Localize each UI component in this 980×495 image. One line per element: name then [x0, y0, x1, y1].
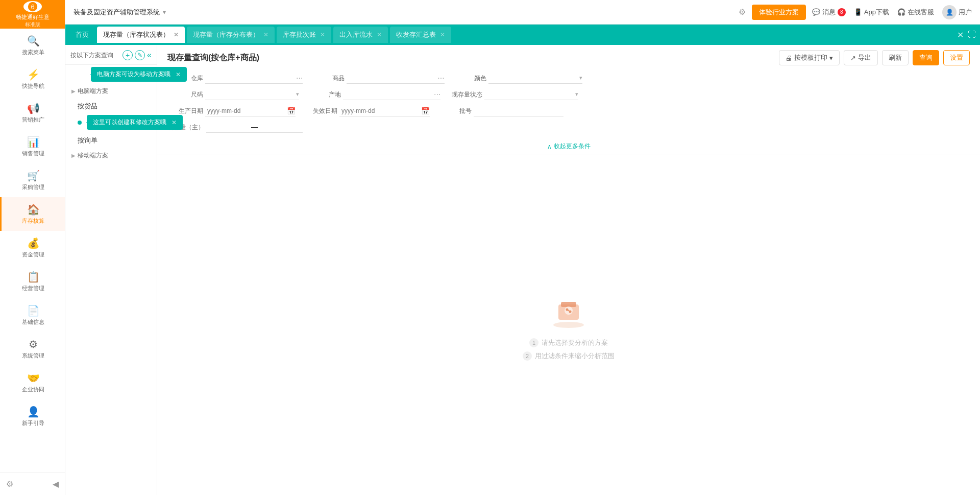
settings-icon[interactable]: ⚙ — [6, 479, 13, 489]
tooltip1-close-icon[interactable]: ✕ — [176, 71, 181, 78]
tab-stock-status[interactable]: 现存量（库存状况表） ✕ — [97, 27, 185, 43]
sidebar-item-basic[interactable]: 📄 基础信息 — [0, 298, 65, 332]
expire-date-input[interactable]: 📅 — [339, 106, 430, 116]
online-support-action[interactable]: 🎧 在线客服 — [897, 8, 934, 17]
search-button[interactable]: 查询 — [913, 50, 939, 65]
sidebar-item-search[interactable]: 🔍 搜索菜单 — [0, 29, 65, 62]
tab-stock-summary[interactable]: 收发存汇总表 ✕ — [390, 27, 451, 43]
scheme-item-by-goods[interactable]: 按货品 — [65, 99, 157, 114]
sidebar-item-marketing[interactable]: 📢 营销推广 — [0, 96, 65, 130]
field-warehouse: 仓库 ··· — [167, 73, 303, 84]
origin-input[interactable] — [343, 89, 433, 100]
maximize-icon[interactable]: ⛶ — [968, 30, 976, 39]
goods-more-icon[interactable]: ··· — [437, 74, 444, 83]
edit-scheme-btn[interactable]: ✎ — [135, 50, 145, 60]
print-button[interactable]: 🖨 按模板打印 ▾ — [779, 50, 840, 65]
scheme-group-pc[interactable]: ▶ 电脑端方案 — [65, 84, 157, 99]
logo-sub: 标准版 — [25, 21, 40, 28]
sidebar-item-label: 系统管理 — [22, 352, 44, 360]
user-action[interactable]: 👤 用户 — [942, 5, 972, 19]
tab-close-icon[interactable]: ✕ — [320, 31, 325, 38]
settings-icon[interactable]: ⚙ — [739, 7, 746, 17]
home-icon: 🏠 — [27, 203, 40, 216]
sidebar-item-quick[interactable]: ⚡ 快捷导航 — [0, 62, 65, 96]
sidebar-item-label: 采购管理 — [22, 183, 44, 191]
tab-stock-flow[interactable]: 出入库流水 ✕ — [333, 27, 388, 43]
sidebar-item-operation[interactable]: 📋 经营管理 — [0, 265, 65, 298]
size-dropdown-icon[interactable]: ▾ — [296, 91, 299, 98]
sidebar-item-finance[interactable]: 💰 资金管理 — [0, 231, 65, 265]
goods-select[interactable]: ··· — [347, 73, 444, 84]
color-select[interactable]: ▾ — [488, 73, 582, 84]
message-action[interactable]: 💬 消息 8 — [812, 8, 846, 17]
collapse-up-icon: ∧ — [547, 143, 552, 150]
produce-date-field[interactable] — [205, 106, 286, 116]
sidebar-logo: 6 畅捷通好生意 标准版 — [0, 0, 65, 29]
collapse-sidebar-icon[interactable]: ◀ — [53, 479, 59, 489]
tab-bar-right: ✕ ⛶ — [957, 30, 976, 40]
expire-date-label: 失效日期 — [302, 107, 337, 115]
field-origin: 产地 ··· — [305, 89, 440, 100]
tab-close-icon[interactable]: ✕ — [174, 31, 179, 38]
main-right: 现存量查询(按仓库+商品) 🖨 按模板打印 ▾ ↗ 导出 刷新 查询 — [157, 45, 980, 495]
collapse-filter-row[interactable]: ∧ 收起更多条件 — [157, 139, 980, 154]
color-dropdown-icon[interactable]: ▾ — [579, 75, 582, 81]
user-icon: 👤 — [27, 406, 40, 418]
tab-close-icon[interactable]: ✕ — [440, 31, 445, 38]
system-dropdown-arrow[interactable]: ▾ — [163, 9, 166, 16]
stock-status-input[interactable] — [484, 89, 574, 100]
svg-point-2 — [553, 322, 584, 328]
stock-qty-max[interactable] — [262, 122, 303, 132]
close-all-tabs-icon[interactable]: ✕ — [957, 30, 964, 40]
refresh-button[interactable]: 刷新 — [882, 50, 909, 65]
warehouse-more-icon[interactable]: ··· — [296, 74, 303, 83]
warehouse-select[interactable]: ··· — [205, 73, 303, 84]
size-select[interactable]: ▾ — [205, 89, 299, 100]
money-icon: 💰 — [27, 237, 40, 249]
page-top: 现存量查询(按仓库+商品) 🖨 按模板打印 ▾ ↗ 导出 刷新 查询 — [157, 45, 980, 154]
produce-date-input[interactable]: 📅 — [205, 106, 296, 116]
sidebar-item-guide[interactable]: 👤 新手引导 — [0, 399, 65, 433]
sidebar-item-label: 营销推广 — [22, 116, 44, 124]
tooltip2-close-icon[interactable]: ✕ — [172, 119, 177, 126]
origin-select[interactable]: ··· — [343, 89, 440, 100]
tab-home[interactable]: 首页 — [69, 27, 95, 43]
stock-status-dropdown-icon[interactable]: ▾ — [575, 91, 578, 98]
goods-input[interactable] — [347, 73, 436, 83]
produce-calendar-icon[interactable]: 📅 — [287, 107, 296, 115]
color-input[interactable] — [488, 73, 578, 83]
clipboard-icon: 📋 — [27, 271, 40, 283]
industry-button[interactable]: 体验行业方案 — [752, 5, 806, 20]
stock-qty-min[interactable] — [206, 122, 247, 132]
add-scheme-btn[interactable]: + — [122, 50, 133, 60]
batch-select[interactable] — [474, 105, 564, 116]
set-button[interactable]: 设置 — [943, 50, 970, 65]
phone-icon: 📱 — [854, 8, 862, 16]
sidebar-item-purchase[interactable]: 🛒 采购管理 — [0, 163, 65, 197]
avatar: 👤 — [942, 5, 957, 19]
tab-close-icon[interactable]: ✕ — [377, 31, 382, 38]
warehouse-input[interactable] — [205, 73, 295, 83]
sidebar-item-sales[interactable]: 📊 销售管理 — [0, 130, 65, 163]
tab-stock-batch[interactable]: 库存批次账 ✕ — [277, 27, 331, 43]
sidebar-item-inventory[interactable]: 🏠 库存核算 — [0, 197, 65, 231]
tab-close-icon[interactable]: ✕ — [263, 31, 268, 38]
expire-date-field[interactable] — [339, 106, 420, 116]
scheme-item-by-order[interactable]: 按询单 — [65, 133, 157, 148]
sidebar-item-collab[interactable]: 🤝 企业协同 — [0, 366, 65, 399]
system-name: 装备及固定资产辅助管理系统 ▾ — [74, 8, 732, 17]
sidebar-item-system[interactable]: ⚙ 系统管理 — [0, 332, 65, 366]
stock-status-select[interactable]: ▾ — [484, 89, 578, 100]
size-input[interactable] — [205, 89, 295, 100]
scheme-group-mobile[interactable]: ▶ 移动端方案 — [65, 148, 157, 163]
filter-row-3: 生产日期 📅 失效日期 📅 — [167, 105, 970, 116]
header-right: 💬 消息 8 📱 App下载 🎧 在线客服 👤 用户 — [812, 5, 972, 19]
origin-more-icon[interactable]: ··· — [434, 90, 440, 99]
tab-stock-dist[interactable]: 现存量（库存分布表） ✕ — [187, 27, 275, 43]
app-download-action[interactable]: 📱 App下载 — [854, 8, 889, 17]
scheme-arrow-left[interactable]: « — [147, 51, 152, 60]
batch-input[interactable] — [474, 105, 564, 116]
expire-calendar-icon[interactable]: 📅 — [421, 107, 430, 115]
export-button[interactable]: ↗ 导出 — [844, 50, 878, 65]
chevron-down-icon: ▶ — [71, 88, 76, 94]
